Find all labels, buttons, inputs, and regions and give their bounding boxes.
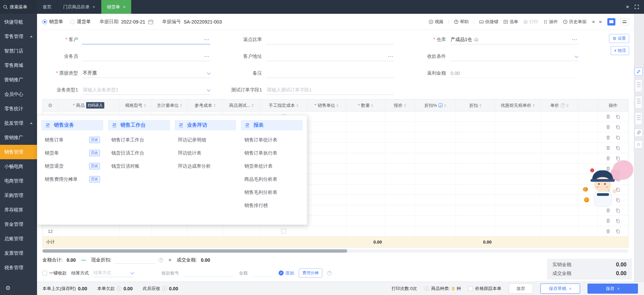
- copy-row-icon[interactable]: [615, 156, 620, 161]
- sort-icon[interactable]: [252, 104, 254, 107]
- unit-price-help-icon[interactable]: [561, 103, 565, 108]
- sidebar-item[interactable]: 智慧门店: [0, 44, 37, 58]
- manual-cost-checkbox[interactable]: [281, 229, 286, 234]
- cell-quote[interactable]: [385, 205, 415, 215]
- copy-row-icon[interactable]: [615, 125, 620, 130]
- sidebar-item[interactable]: 会员中心: [0, 87, 37, 101]
- settings-button[interactable]: 设置: [609, 34, 629, 43]
- cell-quote[interactable]: [385, 174, 415, 184]
- expense-share-button[interactable]: 费用分摊: [299, 268, 322, 278]
- flyout-menu-item[interactable]: 销售费用分摊单 历史: [45, 173, 100, 186]
- cell-quantity[interactable]: [346, 153, 385, 163]
- cell-discount-pct[interactable]: [415, 184, 456, 195]
- video-button[interactable]: 视频: [429, 19, 443, 25]
- print-button[interactable]: 打印: [523, 19, 538, 25]
- memo-input[interactable]: [266, 69, 394, 78]
- history-badge[interactable]: 历史: [89, 176, 100, 182]
- cell-quote[interactable]: [385, 122, 415, 132]
- hotkeys-button[interactable]: 快捷键: [479, 19, 498, 25]
- cell-sale-unit[interactable]: [307, 132, 346, 142]
- warehouse-input[interactable]: 产成品1仓: [450, 35, 578, 44]
- help-icon[interactable]: [158, 258, 163, 262]
- cell-unit-price[interactable]: [541, 122, 578, 132]
- cell-spec[interactable]: [119, 226, 152, 236]
- close-icon[interactable]: [626, 4, 629, 10]
- cell-quote[interactable]: [385, 216, 415, 226]
- cell-quantity[interactable]: [346, 174, 385, 184]
- copy-row-icon[interactable]: [615, 166, 620, 171]
- cell-main-unit[interactable]: [152, 226, 187, 236]
- tab-close-icon[interactable]: [123, 5, 126, 9]
- cell-discount[interactable]: [456, 184, 495, 195]
- cell-pre-discount-price[interactable]: [495, 174, 541, 184]
- sidebar-item[interactable]: 营销推广: [0, 130, 37, 145]
- copy-row-icon[interactable]: [615, 145, 620, 151]
- cell-unit-price[interactable]: [541, 112, 578, 122]
- cell-quantity[interactable]: [346, 164, 385, 174]
- cell-quote[interactable]: [385, 132, 415, 142]
- flyout-menu-item[interactable]: 拜访记录明细: [178, 133, 233, 146]
- sort-icon[interactable]: [533, 104, 535, 107]
- sidebar-search[interactable]: 搜索菜单: [0, 0, 37, 14]
- sort-icon[interactable]: [404, 104, 406, 107]
- quick-receipt-option[interactable]: 一键收款: [42, 270, 67, 276]
- memo-button[interactable]: [635, 68, 643, 76]
- cell-unit-price[interactable]: [541, 195, 578, 205]
- sidebar-item[interactable]: 零售商城: [0, 58, 37, 73]
- cell-discount[interactable]: [456, 205, 495, 215]
- cell-unit-price[interactable]: [541, 216, 578, 226]
- lookup-dots-icon[interactable]: [388, 54, 393, 59]
- flyout-menu-item[interactable]: 商品毛利分析表: [244, 173, 299, 186]
- prev-doc-button[interactable]: [592, 19, 594, 24]
- cell-quantity[interactable]: [346, 132, 385, 142]
- history-docs-button[interactable]: 历史单据: [563, 19, 586, 25]
- delete-row-icon[interactable]: [606, 187, 611, 192]
- flyout-menu-item[interactable]: 销货退货 历史: [45, 160, 100, 173]
- cell-quantity[interactable]: [346, 122, 385, 132]
- cell-discount-pct[interactable]: [415, 195, 456, 205]
- cell-pre-discount-price[interactable]: [495, 132, 541, 142]
- cell-quantity[interactable]: [346, 226, 385, 236]
- cell-discount-pct[interactable]: [415, 226, 456, 236]
- document-tab[interactable]: 首页: [37, 0, 58, 14]
- sort-icon[interactable]: [336, 104, 338, 107]
- cell-discount[interactable]: [456, 112, 495, 122]
- menu-select-button[interactable]: 选单: [503, 19, 518, 25]
- settings-gear-icon[interactable]: [5, 285, 10, 292]
- edit-discount-icon[interactable]: [438, 103, 443, 108]
- cell-unit-price[interactable]: [541, 205, 578, 215]
- save-draft-button[interactable]: 保存草稿: [540, 284, 580, 294]
- settle-method-select[interactable]: 结算方式: [94, 269, 133, 277]
- table-row[interactable]: 12: [43, 226, 628, 237]
- delete-row-icon[interactable]: [606, 218, 611, 223]
- delete-row-icon[interactable]: [606, 229, 611, 234]
- sort-icon[interactable]: [567, 104, 569, 107]
- sidebar-item[interactable]: 总账管理: [0, 231, 37, 246]
- cell-discount-pct[interactable]: [415, 174, 456, 184]
- delete-row-icon[interactable]: [606, 208, 611, 213]
- lookup-dots-icon[interactable]: [572, 37, 577, 42]
- doc-type-radio[interactable]: 退货单: [70, 19, 91, 25]
- sidebar-item[interactable]: 电商管理: [0, 174, 37, 188]
- cell-quantity[interactable]: [346, 143, 385, 153]
- cell-discount-pct[interactable]: [415, 143, 456, 153]
- doc-type-radio[interactable]: 销货单: [42, 19, 63, 25]
- cell-sale-unit[interactable]: [307, 143, 346, 153]
- receipt-amount-input[interactable]: [252, 269, 273, 277]
- sidebar-item[interactable]: 快捷导航: [0, 15, 37, 29]
- cell-quantity[interactable]: [346, 184, 385, 195]
- flyout-menu-item[interactable]: 钱货日清工作台: [111, 146, 167, 160]
- sidebar-item[interactable]: 零售管理: [0, 29, 37, 44]
- cell-discount[interactable]: [456, 122, 495, 132]
- cell-pre-discount-price[interactable]: [495, 205, 541, 215]
- delete-row-icon[interactable]: [606, 125, 611, 130]
- cell-product-test[interactable]: [223, 226, 260, 236]
- customer-address-input[interactable]: [266, 52, 394, 61]
- lookup-dots-icon[interactable]: [204, 54, 210, 59]
- cell-unit-price[interactable]: [541, 226, 578, 236]
- cell-product[interactable]: [58, 226, 119, 236]
- flyout-menu-item[interactable]: 销售订单执行表: [244, 146, 299, 160]
- flyout-menu-item[interactable]: 销售订单工作台: [111, 133, 167, 146]
- cell-discount[interactable]: [456, 164, 495, 174]
- flyout-menu-item[interactable]: 销售排行榜: [244, 199, 299, 212]
